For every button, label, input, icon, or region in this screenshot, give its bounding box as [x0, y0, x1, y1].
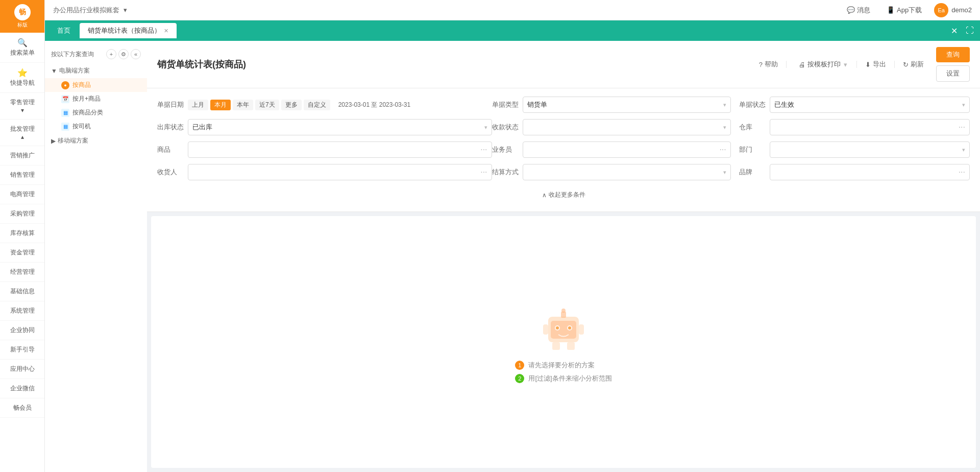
filter-row-4: 收货人 ··· 结算方式 ▾ 品牌	[157, 164, 970, 180]
sidebar-item-enterprise[interactable]: 企业协同	[0, 321, 44, 340]
divider1	[786, 61, 787, 68]
tab-close-icon[interactable]: ✕	[164, 28, 168, 34]
message-btn[interactable]: 💬 消息	[843, 4, 874, 17]
warehouse-control[interactable]: ···	[770, 119, 970, 135]
date-tab-this-year[interactable]: 本年	[233, 100, 253, 110]
tree-section-pc[interactable]: ▼ 电脑端方案	[45, 63, 147, 78]
tree-section-mobile[interactable]: ▶ 移动端方案	[45, 133, 147, 148]
collapse-more-btn[interactable]: ∧ 收起更多条件	[157, 186, 970, 203]
username: demo2	[951, 6, 972, 14]
date-range: 2023-03-01 至 2023-03-31	[338, 101, 410, 109]
top-header-left: 办公用品行业模拟账套 ▾	[53, 6, 127, 15]
doc-type-dropdown-icon: ▾	[723, 102, 726, 108]
sidebar-item-retail-label: 零售管理	[2, 98, 42, 107]
user-info[interactable]: Ea demo2	[934, 3, 972, 17]
sidebar-item-finance-label: 资金管理	[2, 248, 42, 257]
sidebar-item-marketing[interactable]: 营销推广	[0, 146, 44, 166]
sidebar-item-member[interactable]: 畅会员	[0, 398, 44, 418]
sidebar-item-guide[interactable]: 新手引导	[0, 340, 44, 360]
app-download-icon: 📱	[887, 6, 895, 14]
salesperson-dots[interactable]: ···	[719, 145, 726, 154]
left-panel-actions: + ⚙ «	[106, 49, 141, 59]
svg-rect-11	[567, 342, 575, 350]
app-download-label: App下载	[897, 6, 922, 15]
date-row: 上月 本月 本年 近7天 更多 自定义 2023-03-01 至 2023-03…	[188, 100, 492, 110]
tab-sales-stats-label: 销货单统计表（按商品）	[88, 26, 161, 35]
tab-bar-right: ✕ ⛶	[949, 24, 976, 38]
out-status-control[interactable]: 已出库 ▾	[188, 119, 492, 135]
template-print-btn[interactable]: 🖨 按模板打印 ▾	[795, 58, 848, 71]
warehouse-dots[interactable]: ···	[959, 123, 965, 132]
filter-item-date: 单据日期 上月 本月 本年 近7天 更多 自定义 2023-03-01 至 20…	[157, 100, 492, 110]
sidebar-item-search[interactable]: 🔍 搜索菜单	[0, 33, 44, 63]
tree-expand-icon: ▼	[51, 67, 57, 75]
date-tab-7days[interactable]: 近7天	[255, 100, 279, 110]
sidebar-item-apps[interactable]: 应用中心	[0, 360, 44, 379]
app-dropdown-icon[interactable]: ▾	[124, 6, 127, 14]
query-btn[interactable]: 查询	[936, 47, 970, 62]
sidebar-item-ops[interactable]: 经营管理	[0, 263, 44, 282]
brand-dots[interactable]: ···	[959, 168, 965, 177]
out-status-label: 出库状态	[157, 123, 188, 132]
sidebar-item-base[interactable]: 基础信息	[0, 282, 44, 301]
page-actions: ? 帮助 🖨 按模板打印 ▾ ⬇ 导出	[759, 47, 970, 88]
action-buttons: 查询 设置	[936, 47, 970, 82]
date-tab-this-month[interactable]: 本月	[210, 100, 231, 110]
app-download-btn[interactable]: 📱 App下载	[883, 4, 926, 17]
tree-child-by-category[interactable]: ▦ 按商品分类	[45, 106, 147, 120]
table-area: 1 请先选择要分析的方案 2 用[过滤]条件来缩小分析范围	[151, 216, 976, 468]
doc-type-control[interactable]: 销货单 ▾	[523, 97, 731, 113]
sidebar-item-wechat[interactable]: 企业微信	[0, 379, 44, 398]
sidebar-item-retail[interactable]: 零售管理 ▾	[0, 93, 44, 120]
date-tab-custom[interactable]: 自定义	[304, 100, 330, 110]
tree-child-by-product[interactable]: ● 按商品	[45, 78, 147, 92]
tab-maximize-btn[interactable]: ⛶	[964, 24, 976, 37]
doc-status-control[interactable]: 已生效 ▾	[770, 97, 970, 113]
date-tab-more[interactable]: 更多	[281, 100, 302, 110]
tab-close-window-btn[interactable]: ✕	[949, 24, 960, 38]
svg-point-7	[561, 309, 566, 313]
search-icon: 🔍	[2, 38, 42, 48]
export-btn[interactable]: ⬇ 导出	[865, 60, 886, 69]
tab-home-label: 首页	[57, 26, 70, 35]
sidebar-item-wholesale[interactable]: 批发管理 ▴	[0, 120, 44, 146]
sidebar-item-purchase[interactable]: 采购管理	[0, 204, 44, 224]
tree-child-by-month-product[interactable]: 📅 按月+商品	[45, 92, 147, 106]
sidebar-item-quick-nav[interactable]: ⭐ 快捷导航	[0, 63, 44, 93]
date-tab-last-month[interactable]: 上月	[188, 100, 208, 110]
svg-point-5	[568, 326, 571, 329]
receiver-control[interactable]: ···	[188, 164, 492, 180]
sidebar-item-finance[interactable]: 资金管理	[0, 243, 44, 263]
product-dots[interactable]: ···	[480, 145, 487, 154]
step-1-num: 1	[515, 361, 524, 370]
add-scheme-btn[interactable]: +	[106, 49, 116, 59]
brand-control[interactable]: ···	[770, 164, 970, 180]
export-label: 导出	[873, 60, 886, 69]
sidebar-item-inventory[interactable]: 库存核算	[0, 224, 44, 243]
salesperson-control[interactable]: ···	[523, 141, 731, 158]
tab-sales-stats[interactable]: 销货单统计表（按商品） ✕	[80, 23, 177, 38]
pay-status-control[interactable]: ▾	[523, 119, 731, 135]
sidebar-item-purchase-label: 采购管理	[2, 209, 42, 218]
divider2	[856, 61, 857, 68]
top-header-right: 💬 消息 📱 App下载 Ea demo2	[843, 3, 972, 17]
dept-control[interactable]: ▾	[770, 141, 970, 158]
sidebar-item-sales[interactable]: 销售管理	[0, 166, 44, 185]
collapse-panel-btn[interactable]: «	[131, 49, 141, 59]
sidebar-item-system[interactable]: 系统管理	[0, 301, 44, 321]
tab-home[interactable]: 首页	[49, 23, 79, 38]
sidebar-item-quick-nav-label: 快捷导航	[2, 79, 42, 87]
product-control[interactable]: ···	[188, 141, 492, 158]
refresh-btn[interactable]: ↻ 刷新	[903, 60, 924, 69]
receiver-dots[interactable]: ···	[480, 168, 487, 177]
settlement-control[interactable]: ▾	[523, 164, 731, 180]
help-btn[interactable]: ? 帮助	[759, 60, 778, 69]
tree-child-by-cashier[interactable]: ▦ 按司机	[45, 120, 147, 133]
settings-btn[interactable]: 设置	[936, 65, 970, 82]
filter-item-brand: 品牌 ···	[731, 164, 970, 180]
quick-nav-icon: ⭐	[2, 68, 42, 78]
sidebar-item-ecom[interactable]: 电商管理	[0, 185, 44, 204]
settings-scheme-btn[interactable]: ⚙	[118, 49, 129, 59]
app-name: 办公用品行业模拟账套	[53, 6, 119, 15]
settlement-label: 结算方式	[492, 168, 523, 177]
